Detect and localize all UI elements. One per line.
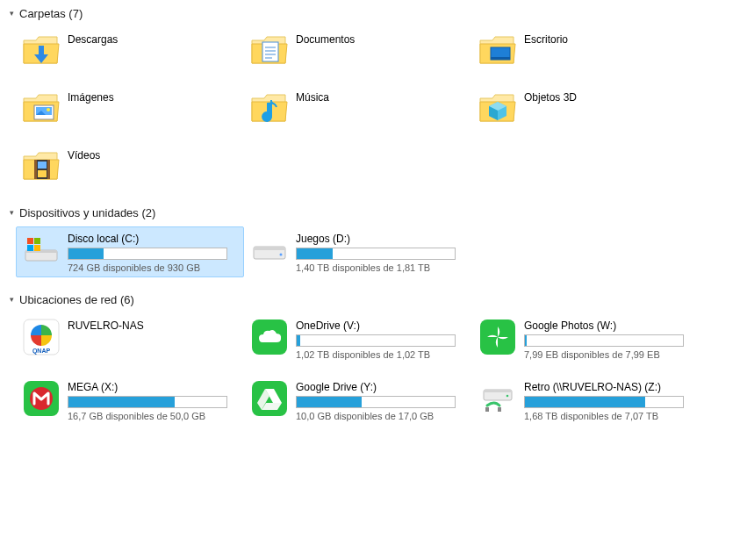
svg-rect-12 <box>34 160 37 179</box>
network-ruvelro-nas[interactable]: QNAP RUVELRO-NAS <box>16 313 244 364</box>
storage-bar <box>68 248 227 260</box>
downloads-folder-icon <box>20 32 62 70</box>
storage-fill <box>297 335 300 346</box>
folder-videos[interactable]: Vídeos <box>16 143 244 190</box>
folder-documents[interactable]: Documentos <box>244 27 472 75</box>
network-label: RUVELRO-NAS <box>68 319 240 332</box>
section-header-devices[interactable]: ▾ Dispositivos y unidades (2) <box>7 203 740 223</box>
svg-rect-7 <box>491 57 510 60</box>
storage-text: 7,99 EB disponibles de 7,99 EB <box>524 349 696 360</box>
storage-text: 724 GB disponibles de 930 GB <box>68 262 240 273</box>
storage-text: 1,40 TB disponibles de 1,81 TB <box>296 262 468 273</box>
network-label: OneDrive (V:) <box>296 319 468 332</box>
svg-rect-23 <box>254 247 285 250</box>
folder-label: Descargas <box>68 33 240 46</box>
storage-fill <box>68 397 175 407</box>
mega-icon <box>20 379 62 418</box>
svg-text:QNAP: QNAP <box>32 348 51 355</box>
qnap-nas-icon: QNAP <box>20 318 62 356</box>
documents-folder-icon <box>248 32 291 70</box>
svg-rect-1 <box>262 42 278 61</box>
network-retro-z[interactable]: Retro (\\RUVELRO-NAS) (Z:) 1,68 TB dispo… <box>472 375 700 426</box>
folder-music[interactable]: Música <box>244 85 472 133</box>
folder-3d-objects[interactable]: Objetos 3D <box>472 85 700 133</box>
network-label: Google Drive (Y:) <box>296 381 468 393</box>
drive-label: Juegos (D:) <box>296 233 468 245</box>
folder-label: Vídeos <box>68 149 240 162</box>
svg-point-10 <box>47 108 50 111</box>
music-folder-icon <box>248 90 291 128</box>
svg-rect-14 <box>38 162 47 169</box>
storage-bar <box>296 334 456 347</box>
storage-bar <box>524 396 684 408</box>
storage-fill <box>525 397 645 407</box>
svg-rect-32 <box>252 381 287 416</box>
network-onedrive-v[interactable]: OneDrive (V:) 1,02 TB disponibles de 1,0… <box>244 313 472 364</box>
section-header-folders[interactable]: ▾ Carpetas (7) <box>7 4 740 24</box>
svg-rect-15 <box>38 170 47 177</box>
google-photos-icon <box>477 318 519 356</box>
storage-bar <box>296 396 456 408</box>
svg-rect-37 <box>498 407 501 412</box>
svg-rect-13 <box>47 160 50 179</box>
folder-downloads[interactable]: Descargas <box>16 27 244 75</box>
network-drive-icon <box>477 379 519 418</box>
folder-label: Objetos 3D <box>524 91 696 104</box>
network-google-photos-w[interactable]: Google Photos (W:) 7,99 EB disponibles d… <box>472 313 700 364</box>
onedrive-icon <box>248 318 291 356</box>
drive-label: Disco local (C:) <box>68 233 240 245</box>
svg-rect-19 <box>34 238 40 244</box>
3d-objects-folder-icon <box>477 90 519 128</box>
chevron-down-icon: ▾ <box>7 208 16 217</box>
pictures-folder-icon <box>20 90 62 128</box>
desktop-folder-icon <box>477 32 519 70</box>
folder-label: Escritorio <box>524 33 696 46</box>
network-label: Google Photos (W:) <box>524 319 696 332</box>
storage-text: 10,0 GB disponibles de 17,0 GB <box>296 411 468 421</box>
folder-label: Imágenes <box>68 91 240 104</box>
section-title: Ubicaciones de red (6) <box>19 293 134 306</box>
network-label: Retro (\\RUVELRO-NAS) (Z:) <box>524 381 696 393</box>
svg-point-24 <box>280 254 283 256</box>
storage-fill <box>297 397 362 407</box>
storage-fill <box>525 335 527 346</box>
network-label: MEGA (X:) <box>68 381 240 393</box>
network-grid: QNAP RUVELRO-NAS OneDrive (V:) 1,02 TB d… <box>7 310 740 438</box>
network-mega-x[interactable]: MEGA (X:) 16,7 GB disponibles de 50,0 GB <box>16 375 244 426</box>
svg-point-35 <box>506 395 509 398</box>
network-google-drive-y[interactable]: Google Drive (Y:) 10,0 GB disponibles de… <box>244 375 472 426</box>
section-header-network[interactable]: ▾ Ubicaciones de red (6) <box>7 290 740 310</box>
svg-rect-20 <box>27 245 33 251</box>
chevron-down-icon: ▾ <box>7 9 16 18</box>
storage-fill <box>297 248 333 259</box>
videos-folder-icon <box>20 147 62 186</box>
storage-bar <box>524 334 684 347</box>
storage-text: 16,7 GB disponibles de 50,0 GB <box>68 411 240 421</box>
folder-pictures[interactable]: Imágenes <box>16 85 244 133</box>
folders-grid: Descargas Documentos Escr <box>7 24 740 203</box>
storage-bar <box>68 396 227 408</box>
hard-drive-icon <box>248 231 291 269</box>
svg-rect-18 <box>27 238 33 244</box>
storage-fill <box>68 248 104 259</box>
storage-text: 1,68 TB disponibles de 7,07 TB <box>524 411 696 421</box>
folder-desktop[interactable]: Escritorio <box>472 27 700 75</box>
chevron-down-icon: ▾ <box>7 295 16 304</box>
system-drive-icon <box>20 231 62 269</box>
section-title: Carpetas (7) <box>19 7 83 20</box>
svg-rect-0 <box>39 46 44 54</box>
drive-juegos-d[interactable]: Juegos (D:) 1,40 TB disponibles de 1,81 … <box>244 226 472 277</box>
drive-local-c[interactable]: Disco local (C:) 724 GB disponibles de 9… <box>16 226 244 277</box>
storage-bar <box>296 248 456 260</box>
folder-label: Documentos <box>296 33 468 46</box>
folder-label: Música <box>296 91 468 104</box>
google-drive-icon <box>248 379 291 418</box>
storage-text: 1,02 TB disponibles de 1,02 TB <box>296 349 468 360</box>
svg-rect-21 <box>34 245 40 251</box>
svg-rect-34 <box>484 390 512 392</box>
svg-rect-36 <box>485 407 489 412</box>
devices-grid: Disco local (C:) 724 GB disponibles de 9… <box>7 223 740 290</box>
section-title: Dispositivos y unidades (2) <box>19 206 155 219</box>
